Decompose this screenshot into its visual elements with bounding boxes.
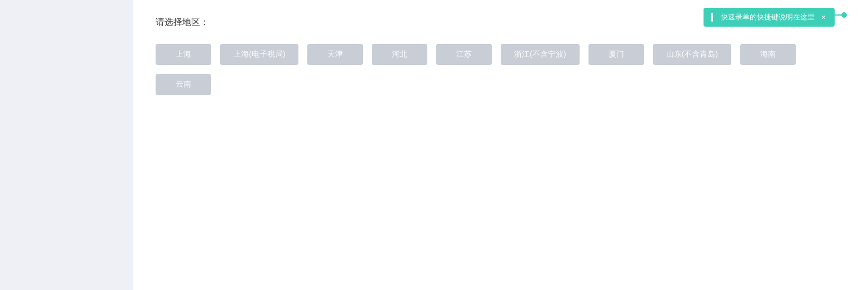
tooltip-text: 快速录单的快捷键说明在这里: [721, 12, 815, 22]
region-button-xiamen[interactable]: 厦门: [588, 44, 644, 65]
region-button-shandong[interactable]: 山东(不含青岛): [653, 44, 731, 65]
region-button-tianjin[interactable]: 天津: [307, 44, 363, 65]
tooltip-bar: 快速录单的快捷键说明在这里 ×: [704, 8, 835, 27]
region-button-yunnan[interactable]: 云南: [156, 74, 211, 95]
region-button-shanghai[interactable]: 上海: [156, 44, 211, 65]
region-buttons: 上海上海(电子税局)天津河北江苏浙江(不含宁波)厦门山东(不含青岛)海南云南: [156, 44, 846, 95]
region-button-jiangsu[interactable]: 江苏: [436, 44, 492, 65]
region-button-zhejiang[interactable]: 浙江(不含宁波): [501, 44, 579, 65]
tooltip-close-button[interactable]: ×: [820, 13, 827, 22]
region-button-hainan[interactable]: 海南: [740, 44, 796, 65]
main-content: 请选择地区： 上海上海(电子税局)天津河北江苏浙江(不含宁波)厦门山东(不含青岛…: [133, 0, 868, 290]
tooltip-connector-dot: [841, 12, 847, 18]
region-button-hebei[interactable]: 河北: [372, 44, 427, 65]
sidebar: [0, 0, 133, 290]
region-button-shanghai-etax[interactable]: 上海(电子税局): [220, 44, 298, 65]
bar-accent-icon: [711, 13, 713, 22]
